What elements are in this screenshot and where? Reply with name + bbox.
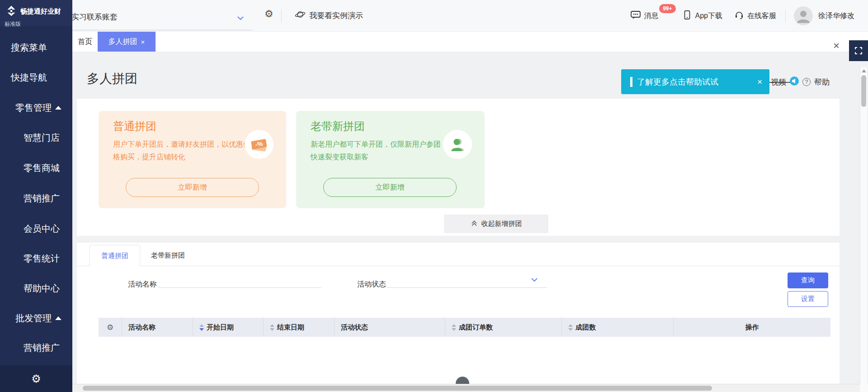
chevron-down-icon (531, 276, 538, 285)
activity-status-select[interactable] (387, 272, 547, 288)
app-download-button[interactable]: App下载 (682, 10, 722, 22)
collapse-button-label: 收起新增拼团 (481, 220, 522, 228)
divider (281, 9, 282, 23)
demo-link[interactable]: 我要看实例演示 (295, 9, 363, 22)
topbar: 实习联系账套 ⚙ 我要看实例演示 消息 99+ App下载 (72, 0, 868, 32)
username[interactable]: 徐泽华修改 (818, 11, 854, 21)
col-group-orders[interactable]: 成团订单数 (445, 318, 562, 337)
coupon-icon: -% (245, 130, 274, 159)
col-start-date[interactable]: 开始日期 (193, 318, 264, 337)
online-support-button[interactable]: 在线客服 (734, 10, 776, 22)
video-icon[interactable] (790, 76, 799, 87)
add-referral-group-button[interactable]: 立即新增 (323, 178, 457, 197)
promo-card-title: 老带新拼团 (311, 119, 365, 134)
list-panel: 普通拼团 老带新拼团 活动名称 活动状态 查询 设置 ⚙ 活动名称 开始日期 结… (77, 243, 840, 392)
col-activity-status: 活动状态 (335, 318, 445, 337)
tab-normal-group[interactable]: 普通拼团 (90, 245, 140, 266)
col-end-date[interactable]: 结束日期 (264, 318, 335, 337)
settings-button[interactable]: 设置 (788, 291, 828, 307)
fullscreen-icon (854, 47, 863, 55)
sidebar-item-search-menu[interactable]: 搜索菜单 (11, 41, 47, 54)
headset-icon (734, 10, 744, 22)
col-label: 活动状态 (341, 323, 368, 332)
sidebar: 畅捷通好业财 标准版 搜索菜单 快捷导航 零售管理 智慧门店 零售商城 营销推广… (0, 0, 72, 392)
sidebar-item-quick-nav[interactable]: 快捷导航 (11, 71, 47, 84)
promo-card-referral-group: 老带新拼团 新老用户都可下单开团，仅限新用户参团，快速裂变获取新客 立即新增 (296, 111, 485, 208)
messages-button[interactable]: 消息 99+ (630, 10, 659, 22)
col-group-count[interactable]: 成团数 (562, 318, 674, 337)
col-activity-name: 活动名称 (122, 318, 193, 337)
sort-icon[interactable] (568, 324, 573, 331)
chevron-down-icon (237, 14, 244, 24)
sidebar-item-marketing[interactable]: 营销推广 (24, 191, 60, 205)
col-label: 操作 (745, 323, 759, 332)
sidebar-group-retail[interactable]: 零售管理 (15, 101, 52, 115)
brand-logo-icon (5, 4, 18, 19)
demo-link-label: 我要看实例演示 (309, 10, 363, 21)
account-select[interactable]: 实习联系账套 (71, 9, 252, 30)
vertical-scrollbar-thumb[interactable] (861, 75, 866, 107)
banner-text: 了解更多点击帮助试试 (637, 76, 718, 87)
horizontal-scrollbar[interactable] (72, 384, 860, 392)
sidebar-footer: ⚙ (0, 365, 72, 392)
svg-text:-%: -% (255, 140, 263, 148)
close-icon[interactable]: × (833, 40, 840, 51)
sort-icon[interactable] (452, 324, 456, 331)
horizontal-scrollbar-thumb[interactable] (83, 386, 712, 391)
activity-status-label: 活动状态 (357, 280, 386, 289)
sidebar-group-wholesale[interactable]: 批发管理 (15, 311, 52, 325)
banner-accent-bar (630, 77, 632, 87)
messages-badge: 99+ (659, 4, 675, 13)
table-header: ⚙ 活动名称 开始日期 结束日期 活动状态 成团订单数 成团数 操作 (99, 318, 830, 337)
sort-icon[interactable] (199, 324, 204, 331)
vertical-scrollbar[interactable] (860, 67, 867, 384)
tab-multi-group-label: 多人拼团 (108, 37, 137, 47)
activity-name-label: 活动名称 (128, 280, 157, 289)
tab-close-icon[interactable]: × (141, 38, 145, 46)
sidebar-item-member-center[interactable]: 会员中心 (24, 222, 60, 235)
help-link[interactable]: 帮助 (814, 77, 830, 87)
col-actions: 操作 (674, 318, 830, 337)
promo-card-normal-group: 普通拼团 用户下单开团后，邀请好友拼团，以优惠价格购买，提升店铺转化 -% 立即… (99, 111, 286, 208)
divider (785, 10, 786, 22)
sidebar-item-smart-store[interactable]: 智慧门店 (24, 131, 60, 144)
edition-label: 标准版 (5, 20, 68, 28)
sort-icon[interactable] (270, 324, 274, 331)
tab-referral-group[interactable]: 老带新拼团 (146, 245, 190, 266)
settings-gear-icon[interactable]: ⚙ (31, 373, 41, 385)
logo-box: 畅捷通好业财 标准版 (0, 0, 72, 26)
gear-icon[interactable]: ⚙ (264, 8, 274, 20)
scrollbar-corner (860, 384, 868, 392)
help-banner: 了解更多点击帮助试试 × (621, 69, 769, 94)
collapse-new-group-button[interactable]: 收起新增拼团 (444, 215, 548, 233)
account-select-value: 实习联系账套 (71, 12, 118, 22)
sidebar-item-retail-mall[interactable]: 零售商城 (24, 161, 60, 175)
triangle-up-icon (55, 106, 61, 110)
col-label: 成团订单数 (459, 323, 493, 332)
sidebar-item-retail-stats[interactable]: 零售统计 (24, 252, 60, 265)
video-link[interactable]: 视频 (771, 77, 786, 87)
message-bubble-icon (630, 10, 641, 22)
sidebar-item-marketing-wholesale[interactable]: 营销推广 (24, 341, 60, 354)
fullscreen-button[interactable] (849, 40, 868, 61)
banner-close-icon[interactable]: × (757, 77, 762, 87)
promo-card-desc: 用户下单开团后，邀请好友拼团，以优惠价格购买，提升店铺转化 (113, 138, 254, 163)
sidebar-item-help-center[interactable]: 帮助中心 (24, 282, 60, 295)
page-title: 多人拼团 (87, 70, 137, 87)
scroll-up-arrow[interactable] (862, 69, 866, 72)
messages-label: 消息 (644, 11, 659, 21)
phone-icon (682, 10, 692, 22)
col-label: 结束日期 (277, 323, 304, 332)
add-normal-group-button[interactable]: 立即新增 (126, 178, 259, 197)
column-settings-gear-icon[interactable]: ⚙ (99, 318, 122, 337)
tab-home[interactable]: 首页 (72, 32, 98, 52)
video-help-toolbar: 视频 ? 帮助 (771, 76, 830, 88)
col-label: 活动名称 (128, 323, 156, 332)
question-icon[interactable]: ? (802, 78, 811, 86)
avatar[interactable] (794, 6, 813, 25)
query-button[interactable]: 查询 (788, 272, 828, 288)
online-support-label: 在线客服 (747, 11, 776, 21)
tab-multi-group[interactable]: 多人拼团 × (98, 32, 156, 52)
activity-name-input[interactable] (158, 272, 321, 288)
topbar-right-group: 消息 99+ App下载 在线客服 徐泽华修改 (630, 0, 854, 32)
